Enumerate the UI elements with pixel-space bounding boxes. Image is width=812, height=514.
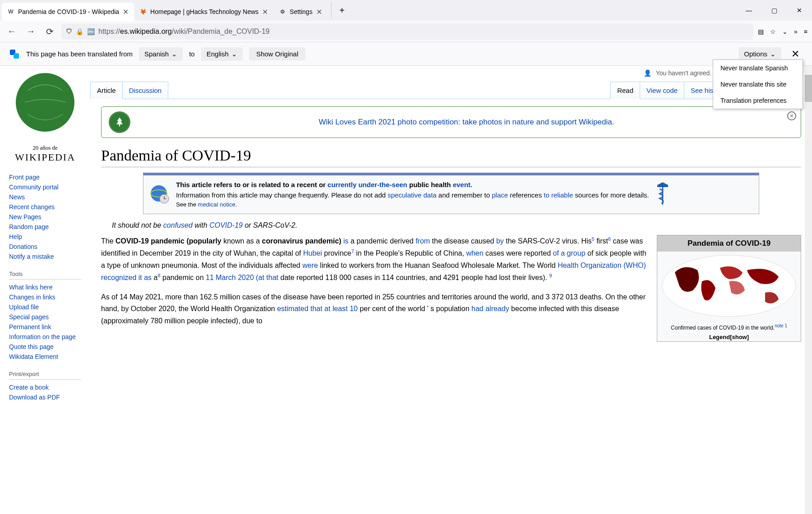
link[interactable]: to reliable bbox=[544, 191, 573, 199]
sidebar-item[interactable]: Community portal bbox=[9, 184, 59, 191]
sidebar-item[interactable]: Wikidata Element bbox=[9, 353, 58, 360]
link[interactable]: were bbox=[302, 262, 318, 269]
reload-button[interactable]: ⟳ bbox=[42, 24, 57, 39]
close-window-button[interactable]: ✕ bbox=[787, 0, 812, 21]
lock-icon[interactable]: 🔒 bbox=[76, 28, 83, 35]
forward-button[interactable]: → bbox=[23, 24, 38, 39]
browser-tab[interactable]: ⚙ Settings ✕ bbox=[273, 3, 328, 21]
link[interactable]: event. bbox=[453, 181, 472, 188]
close-tab-icon[interactable]: ✕ bbox=[316, 8, 322, 16]
reader-icon[interactable]: ▤ bbox=[758, 28, 764, 35]
svg-rect-3 bbox=[119, 124, 120, 127]
globe-clock-icon bbox=[150, 184, 170, 204]
globe-icon bbox=[16, 73, 74, 132]
link[interactable]: currently under-the-seen bbox=[328, 181, 407, 188]
translate-to-select[interactable]: English⌄ bbox=[201, 47, 243, 61]
ghacks-favicon: 🦊 bbox=[139, 8, 147, 15]
sidebar-print: Create a book Download as PDF bbox=[9, 382, 81, 402]
sidebar-item[interactable]: Recent changes bbox=[9, 203, 55, 211]
sidebar-item[interactable]: Changes in links bbox=[9, 294, 55, 301]
link[interactable]: Hubei bbox=[303, 250, 322, 257]
tab-title: Pandemia de COVID-19 - Wikipedia bbox=[18, 8, 119, 15]
minimize-button[interactable]: ― bbox=[736, 0, 761, 21]
hatnote: It should not be confused with COVID-19 … bbox=[101, 221, 801, 229]
menu-item-never-language[interactable]: Never translate Spanish bbox=[713, 60, 803, 76]
link[interactable]: COVID-19 bbox=[209, 221, 243, 229]
tab-discussion[interactable]: Discussion bbox=[122, 82, 169, 99]
infobox-title: Pandemia of COVID-19 bbox=[657, 235, 801, 252]
banner-link[interactable]: Wiki Loves Earth 2021 photo competition:… bbox=[319, 118, 614, 126]
back-button[interactable]: ← bbox=[5, 24, 19, 39]
link[interactable]: from bbox=[415, 237, 430, 245]
browser-tab[interactable]: 🦊 Homepage | gHacks Technology News ✕ bbox=[134, 3, 273, 21]
sidebar-item[interactable]: News bbox=[9, 193, 25, 201]
sidebar-item[interactable]: Random page bbox=[9, 223, 49, 230]
sidebar-item[interactable]: Download as PDF bbox=[9, 394, 60, 401]
menu-icon[interactable]: ≡ bbox=[804, 28, 807, 35]
link[interactable]: speculative data bbox=[388, 191, 436, 199]
sidebar-item[interactable]: Create a book bbox=[9, 384, 49, 391]
tab-title: Settings bbox=[290, 8, 313, 15]
bookmark-icon[interactable]: ☆ bbox=[770, 28, 776, 35]
gear-icon: ⚙ bbox=[279, 8, 286, 15]
sidebar-item[interactable]: Notify a mistake bbox=[9, 253, 54, 260]
address-bar[interactable]: ⛉ 🔒 🔤 https://es.wikipedia.org/wiki/Pand… bbox=[61, 23, 753, 40]
browser-tab-active[interactable]: W Pandemia de COVID-19 - Wikipedia ✕ bbox=[2, 3, 134, 21]
link[interactable]: 11 March 2020 (at that bbox=[206, 274, 278, 282]
infobox-map[interactable] bbox=[657, 252, 801, 321]
sidebar-item[interactable]: Donations bbox=[9, 243, 37, 250]
menu-item-never-site[interactable]: Never translate this site bbox=[713, 76, 803, 92]
url-text: https://es.wikipedia.org/wiki/Pandemia_d… bbox=[98, 28, 270, 36]
pocket-icon[interactable]: ⌄ bbox=[782, 28, 788, 35]
page-tabs: Article Discussion Read View code See hi… bbox=[90, 80, 812, 99]
sidebar-item[interactable]: What links here bbox=[9, 284, 52, 291]
infobox-legend[interactable]: Legend[show] bbox=[657, 333, 801, 341]
sidebar-heading-tools: Tools bbox=[9, 271, 81, 280]
infobox-caption: Confirmed cases of COVID-19 in the world… bbox=[657, 321, 801, 333]
link[interactable]: confused bbox=[163, 221, 193, 229]
link[interactable]: by bbox=[496, 237, 504, 245]
maximize-button[interactable]: ▢ bbox=[761, 0, 787, 21]
close-tab-icon[interactable]: ✕ bbox=[123, 8, 129, 16]
wikipedia-logo[interactable] bbox=[11, 73, 79, 141]
link[interactable]: note 1 bbox=[775, 323, 787, 328]
tab-read[interactable]: Read bbox=[610, 82, 640, 99]
tab-article[interactable]: Article bbox=[90, 82, 123, 99]
menu-item-preferences[interactable]: Translation preferences bbox=[713, 92, 803, 109]
sidebar-item[interactable]: Help bbox=[9, 233, 22, 240]
sidebar-item[interactable]: Quote this page bbox=[9, 343, 54, 350]
close-tab-icon[interactable]: ✕ bbox=[262, 8, 268, 16]
overflow-icon[interactable]: » bbox=[794, 28, 798, 35]
tree-icon bbox=[109, 111, 130, 133]
user-icon: 👤 bbox=[644, 69, 651, 77]
translate-icon[interactable]: 🔤 bbox=[87, 28, 95, 35]
new-tab-button[interactable]: + bbox=[331, 2, 347, 18]
link[interactable]: when bbox=[466, 250, 483, 257]
link[interactable]: of a group bbox=[553, 250, 585, 257]
close-banner-icon[interactable]: ✕ bbox=[787, 111, 796, 120]
shield-icon[interactable]: ⛉ bbox=[66, 28, 72, 35]
link[interactable]: place bbox=[492, 191, 508, 199]
logo-text: 20 años de WIKIPEDIA bbox=[9, 144, 81, 163]
sidebar-item[interactable]: New Pages bbox=[9, 213, 42, 220]
vertical-scrollbar[interactable] bbox=[805, 66, 812, 514]
wikipedia-favicon: W bbox=[7, 8, 14, 15]
sidebar-item[interactable]: Permanent link bbox=[9, 323, 51, 330]
link[interactable]: had already bbox=[471, 305, 509, 312]
link[interactable]: estimated that at least 10 bbox=[277, 305, 358, 312]
link[interactable]: is bbox=[343, 237, 349, 245]
translate-from-select[interactable]: Spanish⌄ bbox=[139, 47, 183, 61]
sidebar-item[interactable]: Special pages bbox=[9, 313, 49, 321]
tab-view-code[interactable]: View code bbox=[640, 82, 684, 99]
sidebar-item[interactable]: Information on the page bbox=[9, 333, 76, 340]
translate-to-label: to bbox=[189, 50, 195, 58]
window-controls: ― ▢ ✕ bbox=[736, 0, 812, 21]
sidebar-item[interactable]: Front page bbox=[9, 174, 40, 181]
ref-link[interactable]: 9 bbox=[549, 273, 552, 278]
url-bar: ← → ⟳ ⛉ 🔒 🔤 https://es.wikipedia.org/wik… bbox=[0, 21, 812, 42]
sidebar-item[interactable]: Upload file bbox=[9, 303, 39, 311]
link[interactable]: medical notice. bbox=[198, 201, 237, 208]
scrollbar-thumb[interactable] bbox=[805, 75, 812, 102]
show-original-button[interactable]: Show Original bbox=[249, 47, 305, 60]
translate-options-button[interactable]: Options⌄ bbox=[738, 47, 781, 61]
